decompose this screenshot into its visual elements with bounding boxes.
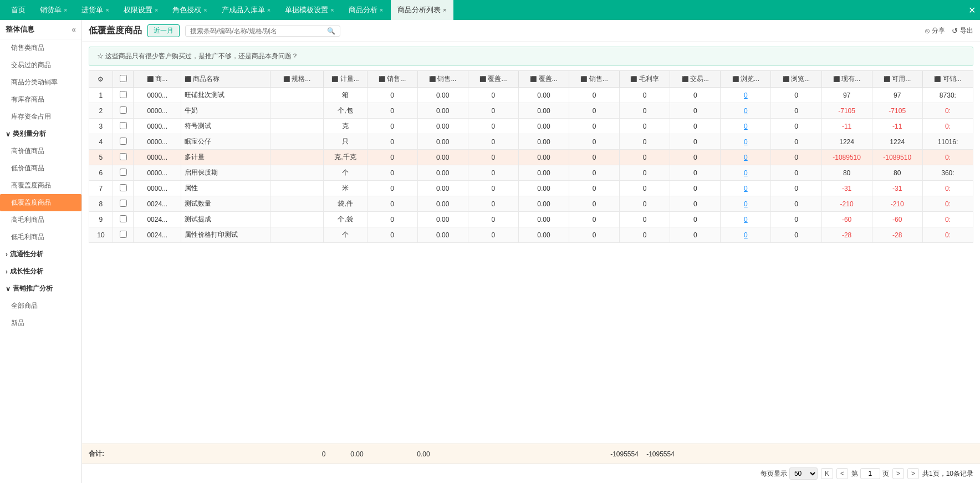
nav-permissions[interactable]: 权限设置 × [117,0,165,20]
cell-browse1[interactable]: 0 [721,134,771,150]
cell-check[interactable] [113,150,134,165]
th-sellable[interactable]: ⬛ 可销... [922,71,973,88]
sidebar-item-all-products[interactable]: 全部商品 [0,297,81,314]
row-checkbox[interactable] [120,122,127,129]
row-checkbox[interactable] [120,153,127,160]
cell-browse1[interactable]: 0 [721,88,771,103]
cell-browse1[interactable]: 0 [721,196,771,212]
row-checkbox[interactable] [120,215,127,222]
browse-link[interactable]: 0 [744,123,748,130]
browse-link[interactable]: 0 [744,138,748,146]
th-browse2[interactable]: ⬛ 浏览... [771,71,821,88]
cell-check[interactable] [113,181,134,196]
cell-browse1[interactable]: 0 [721,103,771,119]
first-page-button[interactable]: K [821,468,833,479]
nav-template-settings-close-icon[interactable]: × [330,7,334,13]
search-input[interactable] [190,27,325,35]
sidebar-item-sales-products[interactable]: 销售类商品 [0,39,81,57]
nav-role-auth[interactable]: 角色授权 × [166,0,213,20]
sidebar-group-marketing[interactable]: ∨ 营销推广分析 [0,280,81,297]
row-checkbox[interactable] [120,231,127,238]
sidebar-item-low-gross[interactable]: 低毛利商品 [0,228,81,246]
sidebar-item-low-coverage[interactable]: 低覆盖度商品 [0,194,81,211]
row-checkbox[interactable] [120,138,127,145]
period-button[interactable]: 近一月 [147,24,180,37]
row-checkbox[interactable] [120,106,127,114]
page-number-input[interactable] [860,468,880,479]
sidebar-group-category-analysis[interactable]: ∨ 类别量分析 [0,125,81,143]
cell-check[interactable] [113,196,134,212]
cell-browse1[interactable]: 0 [721,227,771,243]
cell-browse1[interactable]: 0 [721,119,771,134]
cell-browse1[interactable]: 0 [721,150,771,165]
per-page-select[interactable]: 50 10 20 100 [789,467,818,480]
data-table-container[interactable]: ⚙ ⬛ 商... ⬛ 商品名称 ⬛ 规格... ⬛ 计量... ⬛ 销售... … [89,70,973,444]
select-all-checkbox[interactable] [120,75,127,82]
th-spec[interactable]: ⬛ 规格... [270,71,323,88]
row-checkbox[interactable] [120,91,127,98]
nav-product-analysis-close-icon[interactable]: × [380,7,383,13]
th-sales-count[interactable]: ⬛ 销售... [367,71,417,88]
sidebar-item-high-value[interactable]: 高价值商品 [0,143,81,160]
th-settings[interactable]: ⚙ [89,71,113,88]
nav-sales-order-close-icon[interactable]: × [64,7,67,13]
th-browse1[interactable]: ⬛ 浏览... [721,71,771,88]
next-page-button[interactable]: > [892,468,904,479]
search-icon[interactable]: 🔍 [327,27,335,35]
prev-page-button[interactable]: < [836,468,848,479]
cell-check[interactable] [113,119,134,134]
sidebar-group-liquidity[interactable]: › 流通性分析 [0,246,81,263]
browse-link[interactable]: 0 [744,216,748,223]
browse-link[interactable]: 0 [744,107,748,115]
cell-check[interactable] [113,88,134,103]
browse-link[interactable]: 0 [744,154,748,161]
browse-link[interactable]: 0 [744,185,748,192]
cell-browse1[interactable]: 0 [721,181,771,196]
cell-check[interactable] [113,165,134,181]
sidebar-item-high-gross[interactable]: 高毛利商品 [0,211,81,228]
sidebar-item-new-products[interactable]: 新品 [0,314,81,332]
sidebar-item-traded-products[interactable]: 交易过的商品 [0,57,81,74]
th-sales-amount[interactable]: ⬛ 销售... [417,71,468,88]
nav-role-auth-close-icon[interactable]: × [203,7,207,13]
browse-link[interactable]: 0 [744,91,748,99]
nav-purchase-order[interactable]: 进货单 × [75,0,115,20]
th-name[interactable]: ⬛ 商品名称 [181,71,270,88]
nav-product-analysis[interactable]: 商品分析 × [342,0,390,20]
th-sales-x[interactable]: ⬛ 销售... [569,71,620,88]
app-close-icon[interactable]: ✕ [968,5,976,16]
nav-product-analysis-list-close-icon[interactable]: × [443,7,446,13]
nav-product-inbound[interactable]: 产成品入库单 × [215,0,277,20]
cell-check[interactable] [113,227,134,243]
nav-purchase-order-close-icon[interactable]: × [105,7,109,13]
th-cover2[interactable]: ⬛ 覆盖... [518,71,569,88]
th-available[interactable]: ⬛ 可用... [872,71,922,88]
sidebar-group-growth[interactable]: › 成长性分析 [0,263,81,280]
nav-template-settings[interactable]: 单据模板设置 × [278,0,340,20]
cell-browse1[interactable]: 0 [721,165,771,181]
sidebar-collapse-button[interactable]: « [72,25,76,34]
nav-product-analysis-list[interactable]: 商品分析列表 × [391,0,453,20]
browse-link[interactable]: 0 [744,169,748,177]
row-checkbox[interactable] [120,184,127,191]
settings-icon[interactable]: ⚙ [98,75,104,83]
nav-product-inbound-close-icon[interactable]: × [267,7,270,13]
share-button[interactable]: ⎋ 分享 [925,26,945,35]
th-cover1[interactable]: ⬛ 覆盖... [468,71,518,88]
cell-browse1[interactable]: 0 [721,212,771,227]
sidebar-item-category-turnover[interactable]: 商品分类动销率 [0,74,81,91]
th-current[interactable]: ⬛ 现有... [821,71,872,88]
row-checkbox[interactable] [120,169,127,176]
sidebar-item-in-stock[interactable]: 有库存商品 [0,91,81,108]
cell-check[interactable] [113,103,134,119]
th-trans[interactable]: ⬛ 交易... [670,71,721,88]
cell-check[interactable] [113,134,134,150]
th-check[interactable] [113,71,134,88]
nav-permissions-close-icon[interactable]: × [155,7,158,13]
nav-home[interactable]: 首页 [4,0,32,20]
cell-check[interactable] [113,212,134,227]
sidebar-item-high-coverage[interactable]: 高覆盖度商品 [0,177,81,194]
browse-link[interactable]: 0 [744,231,748,239]
browse-link[interactable]: 0 [744,200,748,208]
nav-sales-order[interactable]: 销货单 × [33,0,74,20]
